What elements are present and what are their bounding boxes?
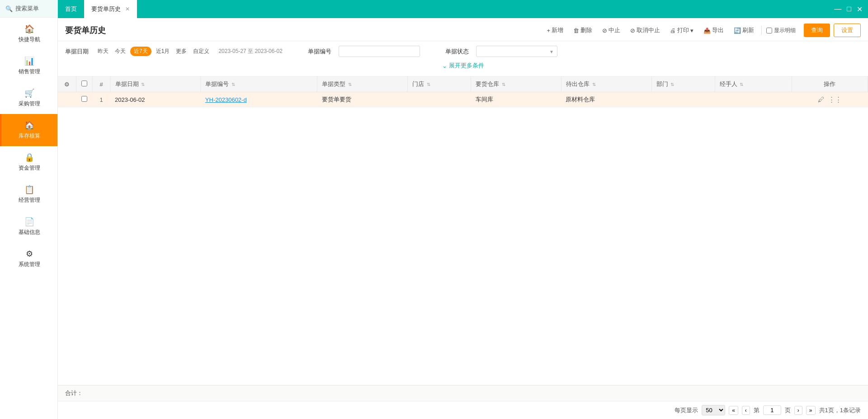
export-button[interactable]: 📤 导出: [701, 24, 726, 36]
row-checkbox-cell[interactable]: [76, 92, 92, 107]
more-icon[interactable]: ⋮⋮: [828, 95, 842, 104]
per-page-select[interactable]: 10 20 50 100: [702, 405, 725, 415]
tab-close-icon[interactable]: ✕: [125, 6, 130, 12]
stop-icon: ⊘: [602, 27, 607, 34]
expand-more-label: 展开更多条件: [449, 62, 484, 70]
table-row[interactable]: 1 2023-06-02 YH-20230602-d 要货单要货 车间库 原材料…: [58, 92, 868, 107]
col-settings[interactable]: ⚙: [58, 76, 76, 92]
minimize-icon[interactable]: —: [834, 5, 841, 13]
status-select[interactable]: [476, 46, 557, 57]
export-label: 导出: [712, 26, 724, 34]
last-page-button[interactable]: »: [806, 406, 816, 415]
refresh-label: 刷新: [742, 26, 754, 34]
sidebar-item-label: 快捷导航: [19, 36, 40, 43]
sidebar-item-label: 采购管理: [19, 100, 40, 108]
date-btn-yesterday[interactable]: 昨天: [96, 47, 110, 56]
print-arrow-icon: ▾: [690, 27, 693, 34]
col-bill-type[interactable]: 单据类型 ⇅: [317, 76, 408, 92]
per-page-label: 每页显示: [675, 406, 698, 414]
sidebar-item-system[interactable]: ⚙ 系统管理: [0, 243, 57, 275]
sidebar-item-finance[interactable]: 🔒 资金管理: [0, 146, 57, 178]
table-head: ⚙ # 单据日期 ⇅ 单据编号 ⇅ 单据类型 ⇅ 门店 ⇅ 要货仓库 ⇅ 待出仓…: [58, 76, 868, 92]
display-detail-toggle[interactable]: 显示明细: [766, 27, 796, 34]
data-table: ⚙ # 单据日期 ⇅ 单据编号 ⇅ 单据类型 ⇅ 门店 ⇅ 要货仓库 ⇅ 待出仓…: [58, 76, 868, 107]
main-area: 首页 要货单历史 ✕ — □ ✕ 要货单历史 + 新增 🗑 删除: [58, 0, 868, 419]
row-store: [408, 92, 471, 107]
col-date[interactable]: 单据日期 ⇅: [110, 76, 201, 92]
sidebar-item-basic-info[interactable]: 📄 基础信息: [0, 210, 57, 243]
new-button[interactable]: + 新增: [544, 24, 566, 36]
expand-more-button[interactable]: ⌄ 展开更多条件: [442, 62, 484, 70]
clipboard-icon: 📋: [24, 185, 34, 195]
refresh-icon: 🔄: [734, 27, 741, 34]
date-btn-today[interactable]: 今天: [113, 47, 127, 56]
document-icon: 📄: [24, 217, 34, 227]
search-menu-item[interactable]: 🔍 搜索菜单: [0, 0, 57, 18]
row-handler: [715, 92, 792, 107]
bill-no-input[interactable]: [339, 46, 420, 57]
row-num: 1: [92, 92, 110, 107]
next-page-button[interactable]: ›: [794, 406, 802, 415]
page-title: 要货单历史: [65, 25, 544, 36]
row-action: 🖊 ⋮⋮: [792, 92, 868, 107]
tab-requisition-label: 要货单历史: [91, 5, 121, 13]
date-btn-custom[interactable]: 自定义: [191, 47, 211, 56]
close-icon[interactable]: ✕: [857, 5, 863, 14]
sidebar-item-label: 库存核算: [19, 132, 40, 140]
col-checkbox: [76, 76, 92, 92]
status-select-wrap: [476, 46, 557, 57]
display-detail-checkbox[interactable]: [766, 28, 772, 33]
col-handler[interactable]: 经手人 ⇅: [715, 76, 792, 92]
chart-icon: 📊: [24, 56, 34, 66]
table-footer: 合计：: [58, 385, 868, 401]
date-btn-more[interactable]: 更多: [174, 47, 189, 56]
cancel-stop-button[interactable]: ⊘ 取消中止: [627, 24, 663, 36]
stop-button[interactable]: ⊘ 中止: [599, 24, 623, 36]
col-req-warehouse[interactable]: 要货仓库 ⇅: [471, 76, 561, 92]
search-icon: 🔍: [5, 5, 13, 12]
topbar: 首页 要货单历史 ✕ — □ ✕: [58, 0, 868, 18]
bill-no-link[interactable]: YH-20230602-d: [205, 96, 247, 103]
action-icons: 🖊 ⋮⋮: [796, 95, 863, 104]
col-store[interactable]: 门店 ⇅: [408, 76, 471, 92]
pagination: 每页显示 10 20 50 100 « ‹ 第 页 › » 共1页，1条记录: [58, 401, 868, 419]
date-btn-7days[interactable]: 近7天: [130, 47, 151, 56]
page-input[interactable]: [763, 405, 781, 415]
sidebar-item-purchase[interactable]: 🛒 采购管理: [0, 82, 57, 114]
row-checkbox[interactable]: [81, 96, 87, 102]
sidebar: 🔍 搜索菜单 🏠 快捷导航 📊 销售管理 🛒 采购管理 🏠 库存核算 🔒 资金管…: [0, 0, 58, 419]
sidebar-item-quick-nav[interactable]: 🏠 快捷导航: [0, 18, 57, 50]
print-icon: 🖨: [670, 27, 676, 34]
status-label: 单据状态: [445, 48, 469, 56]
delete-label: 删除: [580, 26, 592, 34]
edit-icon[interactable]: 🖊: [818, 95, 825, 104]
row-date: 2023-06-02: [110, 92, 201, 107]
delete-button[interactable]: 🗑 删除: [571, 24, 595, 36]
prev-page-button[interactable]: ‹: [742, 406, 750, 415]
tab-requisition-history[interactable]: 要货单历史 ✕: [84, 0, 137, 18]
tab-home[interactable]: 首页: [58, 0, 84, 18]
col-bill-no[interactable]: 单据编号 ⇅: [201, 76, 317, 92]
print-button[interactable]: 🖨 打印 ▾: [667, 24, 696, 36]
refresh-button[interactable]: 🔄 刷新: [731, 24, 757, 36]
row-bill-no[interactable]: YH-20230602-d: [201, 92, 317, 107]
first-page-button[interactable]: «: [729, 406, 738, 415]
delete-icon: 🗑: [573, 27, 579, 34]
settings-button[interactable]: 设置: [834, 24, 861, 37]
table-container: ⚙ # 单据日期 ⇅ 单据编号 ⇅ 单据类型 ⇅ 门店 ⇅ 要货仓库 ⇅ 待出仓…: [58, 76, 868, 385]
sidebar-item-inventory[interactable]: 🏠 库存核算: [0, 114, 57, 146]
chevron-down-icon: ⌄: [442, 62, 447, 69]
query-button[interactable]: 查询: [804, 24, 830, 37]
date-btn-1month[interactable]: 近1月: [154, 47, 172, 56]
maximize-icon[interactable]: □: [847, 5, 851, 13]
sidebar-item-sales[interactable]: 📊 销售管理: [0, 50, 57, 82]
col-num: #: [92, 76, 110, 92]
col-department[interactable]: 部门 ⇅: [651, 76, 715, 92]
sidebar-item-label: 销售管理: [19, 68, 40, 76]
gear-icon: ⚙: [26, 249, 33, 259]
sidebar-item-operations[interactable]: 📋 经营管理: [0, 178, 57, 210]
col-pending-warehouse[interactable]: 待出仓库 ⇅: [561, 76, 651, 92]
search-menu-label: 搜索菜单: [15, 5, 39, 13]
select-all-checkbox[interactable]: [81, 81, 87, 86]
filter-bar: 单据日期 昨天 今天 近7天 近1月 更多 自定义 2023-05-27 至 2…: [58, 41, 868, 76]
